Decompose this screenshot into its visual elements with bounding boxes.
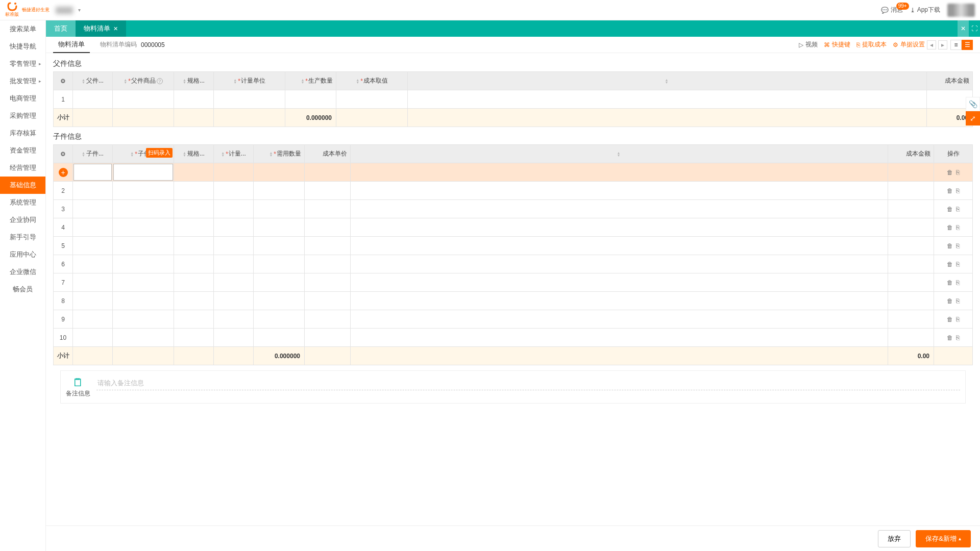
col-parent-product[interactable]: ▲▼*父件商品? (113, 72, 174, 90)
tab-home[interactable]: 首页 (46, 20, 76, 37)
avatar[interactable] (947, 4, 975, 17)
view-form[interactable]: ☰ (962, 40, 973, 50)
delete-icon[interactable]: 🗑 (947, 187, 953, 194)
delete-icon[interactable]: 🗑 (947, 169, 953, 176)
child-subtotal: 小计0.0000000.00 (54, 347, 973, 365)
child-row[interactable]: 2🗑⎘ (54, 182, 973, 200)
child-row[interactable]: 7🗑⎘ (54, 273, 973, 292)
col-parent-amount[interactable]: 成本金额 (927, 72, 973, 90)
delete-icon[interactable]: 🗑 (947, 297, 953, 305)
copy-icon[interactable]: ⎘ (956, 242, 960, 249)
close-icon[interactable]: ✕ (113, 26, 118, 32)
chevron-down-icon: ▾ (78, 7, 81, 13)
expand-icon[interactable]: ⛶ (969, 20, 980, 37)
child-code-input[interactable] (74, 164, 112, 181)
sidebar-item-3[interactable]: 批发管理▸ (0, 72, 45, 90)
sidebar-item-8[interactable]: 经营管理 (0, 159, 45, 177)
child-row[interactable]: 3🗑⎘ (54, 200, 973, 218)
sidebar-item-5[interactable]: 采购管理 (0, 107, 45, 124)
col-child-product[interactable]: ▲▼*子件商扫码录入 (113, 145, 174, 163)
delete-icon[interactable]: 🗑 (947, 206, 953, 213)
child-row[interactable]: 5🗑⎘ (54, 237, 973, 255)
doc-title-tab[interactable]: 物料清单 (53, 37, 90, 53)
scan-input-badge[interactable]: 扫码录入 (146, 148, 173, 158)
copy-icon[interactable]: ⎘ (956, 316, 960, 323)
sidebar-item-12[interactable]: 新手引导 (0, 229, 45, 246)
company-selector[interactable]: ████▾ (50, 7, 87, 14)
delete-icon[interactable]: 🗑 (947, 224, 953, 231)
col-child-unit[interactable]: ▲▼*计量... (214, 145, 254, 163)
remark-input[interactable] (96, 376, 960, 390)
copy-icon[interactable]: ⎘ (956, 187, 960, 194)
child-col-settings[interactable]: ⚙ (54, 145, 73, 163)
sidebar-item-15[interactable]: 畅会员 (0, 281, 45, 298)
copy-icon[interactable]: ⎘ (956, 261, 960, 268)
col-parent-spacer[interactable]: ▲▼ (408, 72, 927, 90)
sidebar-item-11[interactable]: 企业协同 (0, 211, 45, 229)
top-header: 标准版 畅捷通好生意 ████▾ 💬 消息 99+ ⤓ App下载 (0, 0, 980, 20)
delete-icon[interactable]: 🗑 (947, 316, 953, 323)
col-parent-spec[interactable]: ▲▼规格... (174, 72, 214, 90)
col-child-qty[interactable]: ▲▼*需用数量 (254, 145, 305, 163)
child-row[interactable]: 8🗑⎘ (54, 292, 973, 310)
prev-doc[interactable]: ◂ (927, 40, 936, 49)
sidebar-item-13[interactable]: 应用中心 (0, 246, 45, 263)
copy-icon[interactable]: ⎘ (956, 279, 960, 286)
messages-link[interactable]: 💬 消息 99+ (881, 6, 903, 14)
col-child-spacer[interactable]: ▲▼ (351, 145, 888, 163)
col-child-amount[interactable]: 成本金额 (888, 145, 934, 163)
sidebar-item-10[interactable]: 系统管理 (0, 194, 45, 211)
delete-icon[interactable]: 🗑 (947, 261, 953, 268)
parent-row[interactable]: 1 (54, 90, 973, 109)
save-and-new-button[interactable]: 保存&新增▴ (916, 530, 971, 547)
child-row[interactable]: +🗑⎘ (54, 163, 973, 182)
view-list[interactable]: ≡ (950, 40, 962, 50)
child-row[interactable]: 9🗑⎘ (54, 310, 973, 329)
parent-col-settings[interactable]: ⚙ (54, 72, 73, 90)
col-parent-code[interactable]: ▲▼父件... (73, 72, 113, 90)
tab-bom[interactable]: 物料清单 ✕ (76, 20, 126, 37)
copy-icon[interactable]: ⎘ (956, 334, 960, 341)
add-row-button[interactable]: + (59, 168, 68, 177)
delete-icon[interactable]: 🗑 (947, 334, 953, 341)
copy-icon[interactable]: ⎘ (956, 169, 960, 176)
col-parent-costsrc[interactable]: ▲▼*成本取值 (336, 72, 408, 90)
child-product-input[interactable] (113, 164, 173, 181)
help-icon[interactable]: ? (157, 78, 163, 84)
col-parent-unit[interactable]: ▲▼*计量单位 (214, 72, 285, 90)
col-child-code[interactable]: ▲▼子件... (73, 145, 113, 163)
child-row[interactable]: 4🗑⎘ (54, 218, 973, 237)
attach-icon[interactable]: 📎 (966, 97, 980, 111)
delete-icon[interactable]: 🗑 (947, 279, 953, 286)
app-download-link[interactable]: ⤓ App下载 (910, 6, 940, 14)
parent-subtotal: 小计 0.000000 0.00 (54, 109, 973, 127)
child-row[interactable]: 6🗑⎘ (54, 255, 973, 273)
download-icon: ⤓ (910, 7, 915, 14)
sidebar-item-4[interactable]: 电商管理 (0, 90, 45, 107)
parent-table: ⚙ ▲▼父件... ▲▼*父件商品? ▲▼规格... ▲▼*计量单位 ▲▼*生产… (53, 71, 973, 127)
col-parent-qty[interactable]: ▲▼*生产数量 (285, 72, 336, 90)
child-row[interactable]: 10🗑⎘ (54, 329, 973, 347)
sidebar: 搜索菜单快捷导航零售管理▸批发管理▸电商管理采购管理库存核算资金管理经营管理基础… (0, 20, 46, 551)
sidebar-item-9[interactable]: 基础信息 (0, 177, 45, 194)
close-all-tabs[interactable]: ✕ (958, 20, 969, 37)
col-child-spec[interactable]: ▲▼规格... (174, 145, 214, 163)
sidebar-item-6[interactable]: 库存核算 (0, 124, 45, 142)
discard-button[interactable]: 放弃 (878, 530, 911, 547)
copy-icon[interactable]: ⎘ (956, 297, 960, 305)
tool-shortcut[interactable]: ⌘快捷键 (824, 40, 850, 49)
sidebar-item-1[interactable]: 快捷导航 (0, 38, 45, 55)
tool-setting[interactable]: ⚙单据设置 (893, 40, 925, 49)
sidebar-item-14[interactable]: 企业微信 (0, 263, 45, 281)
col-child-price[interactable]: 成本单价 (305, 145, 351, 163)
copy-icon[interactable]: ⎘ (956, 224, 960, 231)
tool-video[interactable]: ▷视频 (799, 40, 818, 49)
expand-panel-icon[interactable]: ⤢ (966, 111, 980, 126)
sidebar-item-0[interactable]: 搜索菜单 (0, 20, 45, 38)
sidebar-item-7[interactable]: 资金管理 (0, 142, 45, 159)
next-doc[interactable]: ▸ (938, 40, 947, 49)
sidebar-item-2[interactable]: 零售管理▸ (0, 55, 45, 72)
copy-icon[interactable]: ⎘ (956, 206, 960, 213)
tool-extract[interactable]: ⎘提取成本 (856, 40, 887, 49)
delete-icon[interactable]: 🗑 (947, 242, 953, 249)
